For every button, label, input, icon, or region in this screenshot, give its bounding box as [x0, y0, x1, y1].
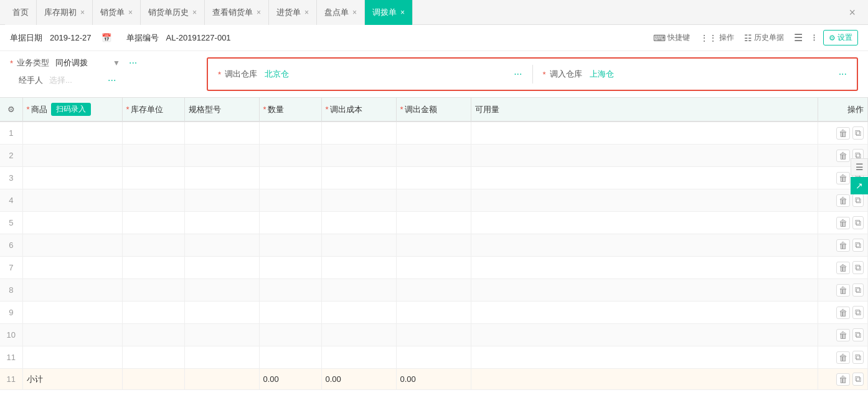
row-8-col-6[interactable]: [396, 279, 471, 302]
row-3-col-2[interactable]: [122, 167, 184, 189]
row-4-col-4[interactable]: [259, 189, 321, 212]
row-4-col-6[interactable]: [396, 189, 471, 212]
row-9-col-2[interactable]: [122, 302, 184, 324]
row-11-col-3[interactable]: [184, 346, 259, 369]
row-1-col-7[interactable]: [471, 121, 818, 145]
row-6-col-5[interactable]: [321, 234, 396, 257]
delete-row-8-button[interactable]: 🗑: [836, 284, 850, 297]
delete-row-1-button[interactable]: 🗑: [836, 127, 850, 140]
copy-row-7-button[interactable]: ⧉: [852, 261, 864, 274]
row-2-col-7[interactable]: [471, 145, 818, 167]
row-6-col-4[interactable]: [259, 234, 321, 257]
close-view-sales-icon[interactable]: ×: [257, 8, 261, 17]
row-9-col-1[interactable]: [22, 302, 122, 324]
row-2-col-3[interactable]: [184, 145, 259, 167]
row-1-col-2[interactable]: [122, 121, 184, 145]
row-8-col-2[interactable]: [122, 279, 184, 302]
business-type-dropdown-icon[interactable]: ▼: [113, 59, 120, 67]
settings-button[interactable]: ⚙ 设置: [823, 30, 858, 45]
row-3-col-7[interactable]: [471, 167, 818, 189]
row-1-col-1[interactable]: [22, 121, 122, 145]
handler-value[interactable]: 选择...: [49, 75, 99, 86]
row-8-col-1[interactable]: [22, 279, 122, 302]
row-1-col-6[interactable]: [396, 121, 471, 145]
row-9-col-7[interactable]: [471, 302, 818, 324]
row-10-col-6[interactable]: [396, 324, 471, 346]
tab-view-sales[interactable]: 查看销货单 ×: [205, 0, 269, 25]
row-10-col-5[interactable]: [321, 324, 396, 346]
copy-row-11-button[interactable]: ⧉: [852, 351, 864, 364]
row-8-col-3[interactable]: [184, 279, 259, 302]
close-sales-order-icon[interactable]: ×: [128, 8, 133, 17]
row-10-col-2[interactable]: [122, 324, 184, 346]
row-10-col-4[interactable]: [259, 324, 321, 346]
row-11-col-2[interactable]: [122, 346, 184, 369]
row-4-col-7[interactable]: [471, 189, 818, 212]
row-9-col-5[interactable]: [321, 302, 396, 324]
subtotal-delete-button[interactable]: 🗑: [836, 373, 850, 386]
delete-row-11-button[interactable]: 🗑: [836, 351, 850, 364]
row-7-col-5[interactable]: [321, 257, 396, 279]
tab-home[interactable]: 首页: [5, 0, 37, 25]
row-6-col-2[interactable]: [122, 234, 184, 257]
delete-row-9-button[interactable]: 🗑: [836, 307, 850, 319]
row-11-col-7[interactable]: [471, 346, 818, 369]
close-sales-history-icon[interactable]: ×: [192, 8, 197, 17]
delete-row-2-button[interactable]: 🗑: [836, 150, 850, 162]
row-7-col-2[interactable]: [122, 257, 184, 279]
row-3-col-1[interactable]: [22, 167, 122, 189]
row-7-col-6[interactable]: [396, 257, 471, 279]
copy-row-10-button[interactable]: ⧉: [852, 328, 864, 341]
row-11-col-5[interactable]: [321, 346, 396, 369]
row-2-col-1[interactable]: [22, 145, 122, 167]
row-5-col-2[interactable]: [122, 212, 184, 234]
delete-row-7-button[interactable]: 🗑: [836, 262, 850, 274]
row-6-col-3[interactable]: [184, 234, 259, 257]
row-4-col-1[interactable]: [22, 189, 122, 212]
delete-row-3-button[interactable]: 🗑: [836, 172, 850, 184]
copy-row-1-button[interactable]: ⧉: [852, 126, 864, 140]
row-5-col-3[interactable]: [184, 212, 259, 234]
shortcut-btn[interactable]: ⌨ 快捷键: [651, 31, 692, 44]
row-3-col-4[interactable]: [259, 167, 321, 189]
tab-stocktake[interactable]: 盘点单 ×: [317, 0, 365, 25]
row-6-col-7[interactable]: [471, 234, 818, 257]
close-transfer-icon[interactable]: ×: [400, 8, 405, 17]
copy-row-6-button[interactable]: ⧉: [852, 239, 864, 252]
close-purchase-order-icon[interactable]: ×: [304, 8, 309, 17]
row-10-col-3[interactable]: [184, 324, 259, 346]
handler-more-icon[interactable]: ···: [108, 75, 116, 86]
close-inventory-init-icon[interactable]: ×: [80, 8, 85, 17]
row-6-col-1[interactable]: [22, 234, 122, 257]
row-10-col-1[interactable]: [22, 324, 122, 346]
history-btn[interactable]: ☷ 历史单据: [742, 31, 786, 44]
row-3-col-5[interactable]: [321, 167, 396, 189]
copy-row-4-button[interactable]: ⧉: [852, 194, 864, 207]
row-9-col-4[interactable]: [259, 302, 321, 324]
row-2-col-6[interactable]: [396, 145, 471, 167]
tab-transfer[interactable]: 调拨单 ×: [365, 0, 413, 25]
row-1-col-3[interactable]: [184, 121, 259, 145]
row-9-col-3[interactable]: [184, 302, 259, 324]
tab-inventory-init[interactable]: 库存期初 ×: [37, 0, 93, 25]
delete-row-5-button[interactable]: 🗑: [836, 217, 850, 229]
row-11-col-1[interactable]: [22, 346, 122, 369]
row-3-col-3[interactable]: [184, 167, 259, 189]
row-6-col-6[interactable]: [396, 234, 471, 257]
copy-row-9-button[interactable]: ⧉: [852, 306, 864, 319]
copy-row-8-button[interactable]: ⧉: [852, 283, 864, 297]
row-1-col-5[interactable]: [321, 121, 396, 145]
row-2-col-5[interactable]: [321, 145, 396, 167]
copy-row-5-button[interactable]: ⧉: [852, 216, 864, 229]
row-9-col-6[interactable]: [396, 302, 471, 324]
row-2-col-2[interactable]: [122, 145, 184, 167]
row-5-col-5[interactable]: [321, 212, 396, 234]
row-5-col-1[interactable]: [22, 212, 122, 234]
row-2-col-4[interactable]: [259, 145, 321, 167]
row-11-col-4[interactable]: [259, 346, 321, 369]
delete-row-10-button[interactable]: 🗑: [836, 329, 850, 341]
notes-float-button[interactable]: ☰: [851, 158, 868, 176]
row-5-col-4[interactable]: [259, 212, 321, 234]
subtotal-copy-button[interactable]: ⧉: [852, 373, 864, 386]
row-7-col-1[interactable]: [22, 257, 122, 279]
